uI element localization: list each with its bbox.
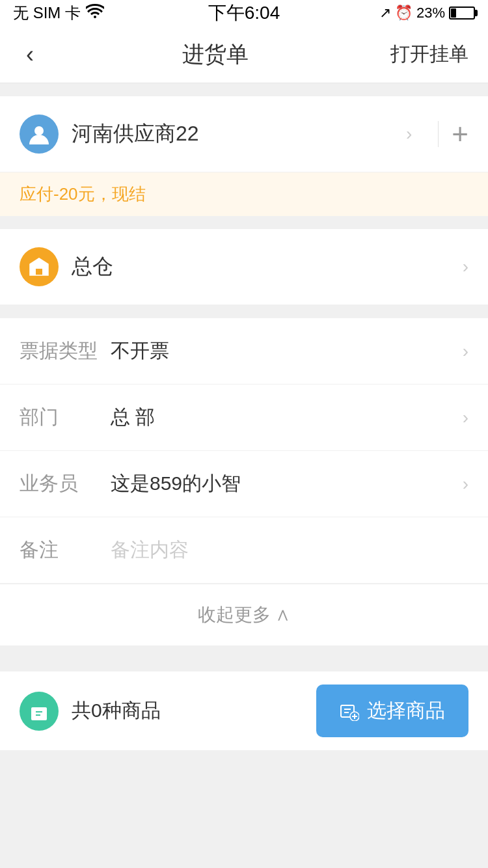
section-divider-1 bbox=[0, 83, 488, 96]
product-cart-icon-circle bbox=[20, 692, 59, 731]
invoice-type-label: 票据类型 bbox=[20, 338, 111, 364]
salesperson-label: 业务员 bbox=[20, 470, 111, 497]
warehouse-icon bbox=[28, 256, 50, 278]
add-supplier-button[interactable]: + bbox=[452, 120, 468, 148]
department-chevron-icon: › bbox=[463, 407, 468, 428]
section-divider-3 bbox=[0, 305, 488, 318]
location-icon: ↗ bbox=[379, 5, 391, 21]
svg-rect-1 bbox=[36, 269, 42, 275]
invoice-type-row[interactable]: 票据类型 不开票 › bbox=[0, 318, 488, 385]
warehouse-row[interactable]: 总仓 › bbox=[0, 229, 488, 305]
bottom-bar: 共0种商品 选择商品 bbox=[0, 671, 488, 750]
remark-row[interactable]: 备注 备注内容 bbox=[0, 517, 488, 584]
status-bar: 无 SIM 卡 下午6:04 ↗ ⏰ 23% bbox=[0, 0, 488, 26]
salesperson-value: 这是859的小智 bbox=[111, 470, 456, 497]
status-left: 无 SIM 卡 bbox=[13, 3, 104, 23]
supplier-row[interactable]: 河南供应商22 › + bbox=[0, 96, 488, 172]
supplier-avatar bbox=[20, 115, 59, 154]
battery-percent: 23% bbox=[416, 5, 445, 21]
select-product-label: 选择商品 bbox=[367, 698, 445, 724]
svg-rect-2 bbox=[31, 707, 47, 720]
collapse-button[interactable]: 收起更多 ∧ bbox=[0, 584, 488, 645]
department-label: 部门 bbox=[20, 404, 111, 431]
remark-input[interactable]: 备注内容 bbox=[111, 537, 468, 563]
alarm-icon: ⏰ bbox=[395, 5, 413, 21]
warehouse-chevron-icon: › bbox=[463, 256, 468, 277]
vertical-divider bbox=[438, 121, 439, 147]
department-value: 总 部 bbox=[111, 404, 456, 431]
department-row[interactable]: 部门 总 部 › bbox=[0, 385, 488, 451]
wifi-icon bbox=[86, 4, 104, 22]
warehouse-name: 总仓 bbox=[72, 252, 456, 281]
warehouse-icon-circle bbox=[20, 247, 59, 286]
select-product-button[interactable]: 选择商品 bbox=[316, 685, 468, 737]
supplier-chevron-icon: › bbox=[406, 124, 412, 144]
open-pending-button[interactable]: 打开挂单 bbox=[390, 41, 468, 68]
section-divider-4 bbox=[0, 645, 488, 658]
supplier-section: 河南供应商22 › + 应付-20元，现结 bbox=[0, 96, 488, 216]
status-time: 下午6:04 bbox=[208, 1, 280, 25]
add-product-icon bbox=[340, 701, 359, 721]
page-title: 进货单 bbox=[182, 40, 249, 70]
form-section: 票据类型 不开票 › 部门 总 部 › 业务员 这是859的小智 › 备注 备注… bbox=[0, 318, 488, 645]
shopping-bag-icon bbox=[27, 699, 51, 723]
salesperson-row[interactable]: 业务员 这是859的小智 › bbox=[0, 451, 488, 517]
section-divider-2 bbox=[0, 216, 488, 229]
back-button[interactable]: ‹ bbox=[20, 34, 40, 75]
notice-text: 应付-20元，现结 bbox=[20, 184, 146, 204]
remark-label: 备注 bbox=[20, 537, 111, 563]
salesperson-chevron-icon: › bbox=[463, 474, 468, 495]
battery-icon bbox=[449, 7, 475, 20]
invoice-type-value: 不开票 bbox=[111, 338, 456, 364]
svg-point-0 bbox=[34, 126, 44, 135]
notice-bar: 应付-20元，现结 bbox=[0, 172, 488, 216]
carrier-text: 无 SIM 卡 bbox=[13, 3, 81, 23]
supplier-name: 河南供应商22 bbox=[72, 120, 406, 148]
product-count-text: 共0种商品 bbox=[72, 698, 316, 724]
status-right: ↗ ⏰ 23% bbox=[379, 5, 475, 21]
invoice-chevron-icon: › bbox=[463, 341, 468, 362]
nav-bar: ‹ 进货单 打开挂单 bbox=[0, 26, 488, 83]
user-icon bbox=[27, 122, 51, 146]
